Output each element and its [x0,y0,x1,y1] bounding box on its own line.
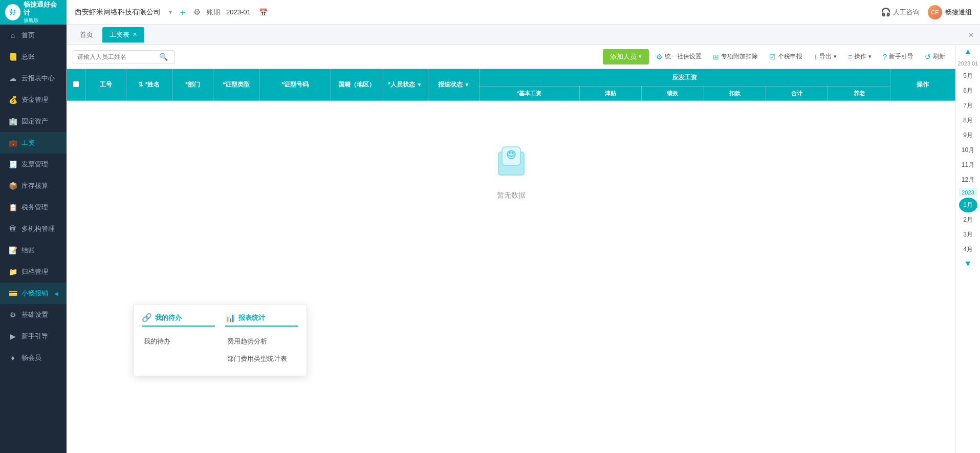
month-nav-up[interactable]: ▲ [956,45,980,58]
sidebar-item-settings[interactable]: ⚙ 基础设置 [0,304,67,326]
social-insurance-button[interactable]: ⚙ 统一社保设置 [652,50,706,63]
dropdown-col-report-label: 报表统计 [238,313,265,322]
sidebar-item-label: 工资 [21,138,35,147]
sort-icon[interactable]: ⇅ [138,81,143,88]
sidebar-item-assets[interactable]: 🏢 固定资产 [0,111,67,132]
dropdown-col-todo-label: 我的待办 [155,313,182,322]
assets-icon: 🏢 [8,117,17,125]
month-item-9[interactable]: 9月 [956,128,980,143]
settings-company-icon[interactable]: ⚙ [193,7,201,17]
sidebar-item-label: 多机构管理 [21,224,55,233]
sidebar-item-member[interactable]: ♦ 畅会员 [0,347,67,369]
special-deduct-button[interactable]: ⊞ 专项附加扣除 [709,50,762,63]
export-label: 导出 [819,52,832,61]
add-person-button[interactable]: 添加人员 ▾ [603,49,649,64]
month-item-2[interactable]: 2月 [956,212,980,227]
sidebar-item-invoice[interactable]: 🧾 发票管理 [0,154,67,175]
header-right: 🎧 人工咨询 CE 畅捷通组 [881,5,972,19]
tab-salary[interactable]: 工资表 ✕ [102,27,144,42]
guide-button[interactable]: ? 新手引导 [879,50,918,63]
col-bonus: 绩效 [642,87,704,101]
user-name: 畅捷通组 [945,8,972,17]
invoice-icon: 🧾 [8,160,17,168]
dropdown-item-mytodo[interactable]: 我的待办 [142,333,215,350]
status-filter-icon[interactable]: ▼ [417,82,422,88]
sidebar-item-inventory[interactable]: 📦 库存核算 [0,175,67,197]
col-send-header: 报送状态 ▼ [428,69,480,101]
dropdown-item-trend[interactable]: 费用趋势分析 [225,333,298,350]
month-item-3[interactable]: 3月 [956,227,980,242]
search-box: 🔍 [73,50,175,63]
sidebar-item-home[interactable]: ⌂ 首页 [0,25,67,46]
sidebar-item-tax[interactable]: 📋 税务管理 [0,197,67,218]
search-icon[interactable]: 🔍 [159,53,168,61]
export-button[interactable]: ↑ 导出 ▾ [810,50,841,63]
sidebar-item-cloud[interactable]: ☁ 云报表中心 [0,68,67,89]
month-item-4[interactable]: 4月 [956,242,980,257]
svg-point-5 [512,153,513,154]
toolbar: 🔍 添加人员 ▾ ⚙ 统一社保设置 ⊞ 专项附加扣除 [67,45,955,69]
send-filter-icon[interactable]: ▼ [464,82,469,88]
col-check[interactable] [67,69,85,101]
refresh-label: 刷新 [933,52,945,61]
dropdown-col-report-header: 📊 报表统计 [225,313,298,327]
salary-table: 工号 ⇅ *姓名 *部门 *证型类型 *证型号码 国籍（地区） *人员状态 [67,69,955,241]
col-allowance: 津贴 [579,87,641,101]
month-item-7[interactable]: 7月 [956,98,980,113]
tax-declare-icon: ☑ [769,53,776,61]
operations-label: 操作 [854,52,866,61]
member-icon: ♦ [8,354,17,362]
month-item-10[interactable]: 10月 [956,143,980,158]
avatar: CE [928,5,942,19]
search-input[interactable] [77,53,159,60]
sidebar-item-salary[interactable]: 💼 工资 [0,132,67,154]
month-item-11[interactable]: 11月 [956,158,980,172]
sidebar-item-ledger[interactable]: 📒 总账 [0,46,67,68]
sidebar-item-multiorg[interactable]: 🏛 多机构管理 [0,218,67,240]
month-nav-down[interactable]: ▼ [956,257,980,270]
col-total: 合计 [766,87,827,101]
close-all-icon[interactable]: ✕ [968,31,974,39]
period-label: 账期 [207,8,220,17]
tax-declare-button[interactable]: ☑ 个税申报 [765,50,807,63]
social-insurance-label: 统一社保设置 [665,52,702,61]
col-action-header: 操作 [890,69,955,101]
refresh-button[interactable]: ↺ 刷新 [921,50,949,63]
col-nation-header: 国籍（地区） [331,69,382,101]
col-pension: 养老 [828,87,890,101]
month-item-12[interactable]: 12月 [956,172,980,187]
expense-dropdown-menu: 🔗 我的待办 我的待办 📊 报表统计 费用趋势分析 [133,304,307,376]
year-badge-2023: 2023 [959,188,977,197]
month-item-8[interactable]: 8月 [956,113,980,128]
add-company-icon[interactable]: ＋ [178,6,187,18]
select-all-checkbox[interactable] [73,81,79,88]
dropdown-item-dept[interactable]: 部门费用类型统计表 [225,350,298,368]
period-calendar-icon[interactable]: 📅 [259,8,268,16]
sidebar-item-archive[interactable]: 📁 归档管理 [0,261,67,283]
tab-home[interactable]: 首页 [73,27,100,42]
expense-icon: 💳 [8,289,17,297]
service-button[interactable]: 🎧 人工咨询 [881,7,920,17]
sidebar-item-label: 首页 [21,31,35,40]
content-main: 🔍 添加人员 ▾ ⚙ 统一社保设置 ⊞ 专项附加扣除 [67,45,955,453]
month-item-6[interactable]: 6月 [956,83,980,98]
sidebar-item-expense[interactable]: 💳 小畅报销 ◀ [0,283,67,304]
dropdown-col-report: 📊 报表统计 费用趋势分析 部门费用类型统计表 [225,313,298,368]
user-menu[interactable]: CE 畅捷通组 [928,5,972,19]
tab-close-icon[interactable]: ✕ [133,31,137,38]
sidebar-item-label: 新手引导 [21,332,48,341]
tab-close-all[interactable]: ✕ [968,30,974,39]
empty-illustration [491,142,532,183]
month-item-1-active[interactable]: 1月 [959,198,977,212]
service-label: 人工咨询 [893,8,920,17]
sidebar-item-guide[interactable]: ▶ 新手引导 [0,326,67,347]
company-dropdown-icon[interactable]: ▾ [169,9,172,16]
sidebar-item-close[interactable]: 📝 结账 [0,240,67,261]
special-deduct-icon: ⊞ [713,53,719,61]
month-item-5[interactable]: 5月 [956,69,980,83]
sidebar-item-label: 畅会员 [21,353,41,362]
social-insurance-icon: ⚙ [656,53,663,61]
sidebar-item-finance[interactable]: 💰 资金管理 [0,89,67,111]
operations-button[interactable]: ≡ 操作 ▾ [844,50,876,63]
sidebar-item-label: 固定资产 [21,117,48,126]
